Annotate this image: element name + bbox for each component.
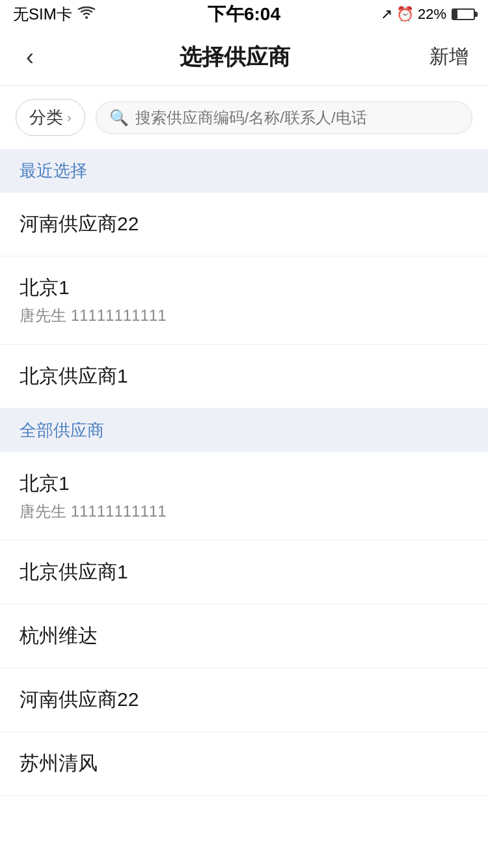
add-button[interactable]: 新增 xyxy=(429,44,468,70)
page-title: 选择供应商 xyxy=(180,42,290,72)
item-name: 河南供应商22 xyxy=(20,211,468,237)
item-name: 河南供应商22 xyxy=(20,686,468,713)
nav-bar: ‹ 选择供应商 新增 xyxy=(0,29,488,86)
item-name: 北京1 xyxy=(20,470,468,497)
all-list-item[interactable]: 北京1唐先生 11111111111 xyxy=(0,452,488,541)
item-sub: 唐先生 11111111111 xyxy=(20,305,468,326)
status-left: 无SIM卡 xyxy=(13,4,96,25)
no-sim-label: 无SIM卡 xyxy=(13,4,72,25)
status-time: 下午6:04 xyxy=(208,2,280,27)
recent-list: 河南供应商22北京1唐先生 11111111111北京供应商1 xyxy=(0,193,488,409)
status-right: ↗ ⏰ 22% xyxy=(381,6,475,23)
all-list-item[interactable]: 北京供应商1 xyxy=(0,541,488,604)
battery-percent: 22% xyxy=(418,6,446,23)
recent-section-header: 最近选择 xyxy=(0,149,488,193)
item-name: 北京供应商1 xyxy=(20,363,468,390)
all-list-item[interactable]: 河南供应商22 xyxy=(0,668,488,732)
alarm-icon: ⏰ xyxy=(396,6,414,23)
battery-icon xyxy=(452,8,475,20)
category-button[interactable]: 分类 › xyxy=(16,99,85,136)
all-list: 北京1唐先生 11111111111北京供应商1杭州维达河南供应商22苏州清风 xyxy=(0,452,488,796)
all-list-item[interactable]: 苏州清风 xyxy=(0,732,488,796)
chevron-right-icon: › xyxy=(67,110,72,125)
recent-list-item[interactable]: 北京供应商1 xyxy=(0,345,488,409)
all-label: 全部供应商 xyxy=(20,420,104,440)
location-icon: ↗ xyxy=(381,6,392,23)
item-name: 杭州维达 xyxy=(20,623,468,649)
item-sub: 唐先生 11111111111 xyxy=(20,501,468,522)
svg-point-0 xyxy=(85,16,88,19)
recent-list-item[interactable]: 北京1唐先生 11111111111 xyxy=(0,256,488,345)
all-section-header: 全部供应商 xyxy=(0,409,488,452)
search-input-wrapper[interactable]: 🔍 xyxy=(96,102,472,134)
recent-label: 最近选择 xyxy=(20,161,87,180)
wifi-icon xyxy=(77,5,96,23)
category-label: 分类 xyxy=(29,106,63,129)
all-list-item[interactable]: 杭州维达 xyxy=(0,604,488,668)
item-name: 苏州清风 xyxy=(20,750,468,777)
search-icon: 🔍 xyxy=(109,109,129,127)
recent-list-item[interactable]: 河南供应商22 xyxy=(0,193,488,256)
back-button[interactable]: ‹ xyxy=(20,37,40,77)
item-name: 北京1 xyxy=(20,275,468,301)
search-input[interactable] xyxy=(135,109,459,127)
item-name: 北京供应商1 xyxy=(20,559,468,586)
search-area: 分类 › 🔍 xyxy=(0,86,488,149)
status-bar: 无SIM卡 下午6:04 ↗ ⏰ 22% xyxy=(0,0,488,29)
